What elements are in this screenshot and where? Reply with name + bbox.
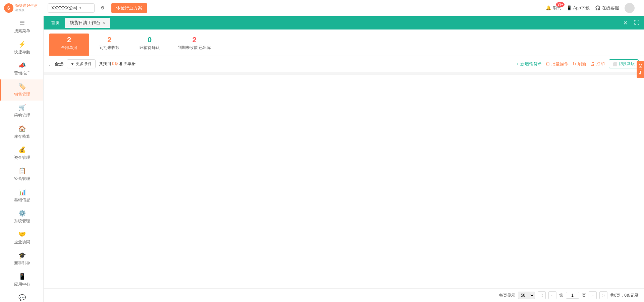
logo-icon: 6	[4, 3, 13, 13]
inventory-icon: 🏠	[18, 125, 26, 132]
batch-label: 批量操作	[551, 61, 569, 67]
page-number-input[interactable]	[566, 292, 579, 299]
sidebar-item-inventory[interactable]: 🏠 库存核算	[0, 122, 43, 143]
sidebar-item-operations[interactable]: 📋 经营管理	[0, 164, 43, 185]
sidebar-item-system[interactable]: ⚙️ 系统管理	[0, 206, 43, 227]
app-download-label: App下载	[573, 5, 590, 11]
print-icon: 🖨	[590, 61, 595, 66]
sidebar: ☰ 搜索菜单 ⚡ 快捷导航 📣 营销推广 🏷️ 销售管理 🛒 采购管理 🏠 库存…	[0, 16, 44, 302]
more-filters-label: 更多条件	[76, 61, 92, 67]
sidebar-label-finance: 资金管理	[14, 155, 30, 161]
avatar[interactable]	[625, 3, 635, 13]
main-layout: ☰ 搜索菜单 ⚡ 快捷导航 📣 营销推广 🏷️ 销售管理 🛒 采购管理 🏠 库存…	[0, 16, 644, 302]
add-btn-label: 新增销货单	[520, 61, 542, 67]
sidebar-label-sales: 销售管理	[14, 92, 30, 97]
company-name: XXXXXX公司	[51, 5, 77, 11]
page-label: 第	[559, 293, 563, 298]
sidebar-label-operations: 经营管理	[14, 176, 30, 182]
toolbar-right: + 新增销货单 ⊞ 批量操作 ↻ 刷新 🖨 打印	[516, 59, 639, 68]
often-badge[interactable]: OfTEn	[637, 61, 644, 78]
settings-button[interactable]: ⚙	[97, 3, 108, 13]
sidebar-item-sales[interactable]: 🏷️ 销售管理	[0, 79, 43, 101]
chevron-down-icon: ▾	[79, 6, 81, 10]
stat-label-shipped: 到期未收款 已出库	[178, 45, 211, 51]
tab-expand-button[interactable]: ⛶	[632, 18, 641, 27]
online-service-button[interactable]: 🎧 在线客服	[595, 5, 619, 11]
online-service-label: 在线客服	[602, 5, 619, 11]
switch-label: 切换新版	[619, 61, 635, 67]
sidebar-label-system: 系统管理	[14, 218, 30, 224]
sidebar-item-app-center[interactable]: 📱 应用中心	[0, 269, 43, 291]
trial-button[interactable]: 体验行业方案	[111, 3, 147, 13]
select-all-checkbox[interactable]: 全选	[49, 61, 63, 67]
sidebar-item-basic-info[interactable]: 📊 基础信息	[0, 185, 43, 206]
sidebar-item-enterprise[interactable]: 🤝 企业协同	[0, 227, 43, 248]
sidebar-label-basic-info: 基础信息	[14, 197, 30, 203]
print-button[interactable]: 🖨 打印	[590, 61, 605, 67]
print-label: 打印	[596, 61, 605, 67]
stat-number-overdue: 2	[97, 36, 121, 44]
search-menu-icon: ☰	[19, 19, 25, 27]
app-download-button[interactable]: 📱 App下载	[567, 5, 590, 11]
purchase-icon: 🛒	[18, 104, 26, 111]
stat-tab-overdue[interactable]: 2 到期未收款	[89, 34, 129, 56]
enterprise-icon: 🤝	[18, 231, 26, 238]
sidebar-item-search[interactable]: ☰ 搜索菜单	[0, 16, 43, 37]
stat-tab-shipped[interactable]: 2 到期未收款 已出库	[170, 34, 219, 56]
next-page-button[interactable]: ＞	[589, 291, 597, 299]
stat-tab-all[interactable]: 2 全部单据	[49, 34, 89, 56]
found-text: 共找到 0条 相关单据	[99, 61, 136, 67]
per-page-select[interactable]: 50 10 20 100	[518, 292, 535, 299]
basic-info-icon: 📊	[18, 188, 26, 196]
sidebar-item-finance[interactable]: 💰 资金管理	[0, 143, 43, 164]
tab-home-label: 首页	[51, 20, 60, 26]
pagination-bar: 每页显示 50 10 20 100 ⟨⟨ ＜ 第 页 ＞ ⟩⟩ 共0页，0条记录	[44, 288, 644, 302]
per-page-label: 每页显示	[499, 293, 515, 298]
sidebar-item-guide[interactable]: 🎓 新手引导	[0, 248, 43, 269]
sidebar-label-guide: 新手引导	[14, 260, 30, 266]
sidebar-item-wechat[interactable]: 💬 企业微信	[0, 291, 43, 302]
top-header: 6 畅捷通好生意 标准版 XXXXXX公司 ▾ ⚙ 体验行业方案 🔔 消息 99…	[0, 0, 644, 16]
sidebar-label-inventory: 库存核算	[14, 134, 30, 139]
stat-label-all: 全部单据	[57, 45, 81, 51]
messages-button[interactable]: 🔔 消息 99+	[546, 5, 561, 11]
stat-number-shipped: 2	[178, 36, 211, 44]
sidebar-label-purchase: 采购管理	[14, 113, 30, 118]
logo-badge: 标准版	[15, 8, 38, 12]
tab-home[interactable]: 首页	[46, 18, 64, 28]
prev-page-button[interactable]: ＜	[548, 291, 556, 299]
company-selector[interactable]: XXXXXX公司 ▾	[48, 3, 95, 13]
tab-workbench[interactable]: 钱货日清工作台 ✕	[65, 18, 110, 28]
tab-close-icon[interactable]: ✕	[102, 21, 105, 25]
stats-tabs: 2 全部单据 2 到期未收款 0 旺辅待确认 2 到期未收款 已出库	[44, 29, 644, 56]
refresh-button[interactable]: ↻ 刷新	[573, 61, 586, 67]
add-sales-order-button[interactable]: + 新增销货单	[516, 61, 542, 67]
filter-icon: ▼	[70, 62, 74, 66]
tab-close-all-button[interactable]: ✕	[621, 18, 630, 27]
sidebar-item-quicknav[interactable]: ⚡ 快捷导航	[0, 37, 43, 58]
content-area: 首页 钱货日清工作台 ✕ ✕ ⛶ 2 全部单据 2 到期未收款	[44, 16, 644, 302]
batch-operations-button[interactable]: ⊞ 批量操作	[546, 61, 569, 67]
guide-icon: 🎓	[18, 252, 26, 259]
switch-new-version-button[interactable]: ⬜ 切换新版	[609, 59, 639, 68]
checkbox-input[interactable]	[49, 62, 53, 66]
sidebar-label-search: 搜索菜单	[14, 28, 30, 34]
sidebar-label-marketing: 营销推广	[14, 70, 30, 76]
stat-tab-wangfu[interactable]: 0 旺辅待确认	[129, 34, 170, 56]
finance-icon: 💰	[18, 146, 26, 154]
quick-nav-icon: ⚡	[18, 41, 26, 48]
gear-icon: ⚙	[101, 5, 105, 10]
logo-text: 畅捷通好生意	[15, 3, 38, 8]
found-prefix: 共找到	[99, 61, 111, 66]
switch-icon: ⬜	[612, 62, 618, 66]
select-all-label: 全选	[55, 61, 63, 67]
sidebar-item-marketing[interactable]: 📣 营销推广	[0, 58, 43, 79]
tab-bar: 首页 钱货日清工作台 ✕ ✕ ⛶	[44, 16, 644, 29]
headset-icon: 🎧	[595, 5, 600, 10]
first-page-button[interactable]: ⟨⟨	[538, 291, 546, 299]
more-filters-button[interactable]: ▼ 更多条件	[67, 59, 96, 68]
tab-bar-actions: ✕ ⛶	[621, 18, 641, 27]
sidebar-item-purchase[interactable]: 🛒 采购管理	[0, 101, 43, 122]
last-page-button[interactable]: ⟩⟩	[599, 291, 607, 299]
total-info: 共0页，0条记录	[610, 293, 639, 298]
